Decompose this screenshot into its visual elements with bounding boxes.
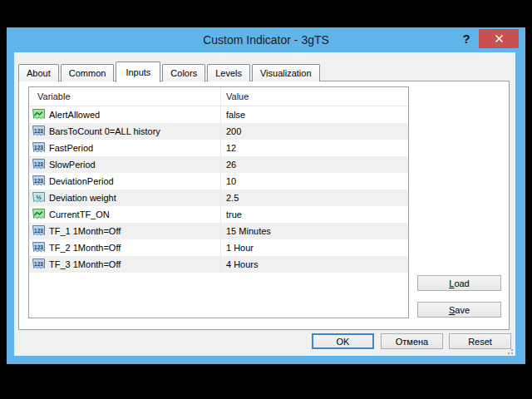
save-button[interactable]: Save [417,302,501,318]
value-cell[interactable]: 12 [221,140,408,156]
value-cell[interactable]: 200 [221,123,408,140]
variable-cell: AlertAllowed [29,106,221,123]
int-icon: 123 [32,259,45,270]
variable-cell: 123 TF_2 1Month=Off [29,239,221,256]
int-icon: 123 [32,142,45,154]
help-button[interactable]: ? [456,27,476,51]
tab-colors[interactable]: Colors [162,64,205,81]
variable-cell: 123 FastPeriod [29,140,221,156]
value-cell[interactable]: true [221,206,408,223]
int-icon: 123 [32,242,45,254]
svg-text:123: 123 [34,178,43,184]
tab-strip: AboutCommonInputsColorsLevelsVisualizati… [18,61,322,81]
svg-text:123: 123 [34,145,43,150]
table-header: Variable Value [29,87,408,106]
ok-button[interactable]: OK [312,333,374,349]
bool-icon [32,109,45,121]
svg-text:123: 123 [34,244,43,250]
dialog-client-area: AboutCommonInputsColorsLevelsVisualizati… [14,52,515,356]
table-row[interactable]: ½ Deviation weight 2.5 [29,190,408,206]
variable-name: AlertAllowed [49,110,100,120]
table-row[interactable]: AlertAllowed false [29,106,408,123]
indicator-dialog-window: Custom Indicator - 3gTS ? AboutCommonInp… [7,27,525,364]
parameters-table: Variable Value AlertAllowed false 123 Ba… [28,86,409,318]
value-cell[interactable]: 10 [221,173,408,190]
bool-icon [32,209,45,220]
table-row[interactable]: 123 DeviationPeriod 10 [29,173,408,190]
variable-name: TF_3 1Month=Off [49,259,121,269]
table-row[interactable]: 123 TF_1 1Month=Off 15 Minutes [29,223,408,239]
table-row[interactable]: 123 TF_3 1Month=Off 4 Hours [29,256,408,273]
value-cell[interactable]: 1 Hour [221,239,408,256]
table-row[interactable]: CurrentTF_ON true [29,206,408,223]
desktop-background: Custom Indicator - 3gTS ? AboutCommonInp… [0,0,532,399]
svg-text:½: ½ [36,194,42,201]
value-cell[interactable]: 2.5 [221,190,408,206]
variable-name: BarsToCount 0=ALL history [49,126,160,136]
variable-cell: CurrentTF_ON [29,206,221,223]
table-row[interactable]: 123 FastPeriod 12 [29,140,408,156]
window-title: Custom Indicator - 3gTS [7,27,525,52]
int-icon: 123 [32,159,45,170]
reset-button[interactable]: Reset [449,333,511,349]
variable-cell: 123 SlowPeriod [29,156,221,173]
column-header-value: Value [221,87,408,106]
int-icon: 123 [32,126,45,137]
variable-cell: 123 BarsToCount 0=ALL history [29,123,221,140]
close-button[interactable] [479,29,519,48]
svg-text:123: 123 [34,261,43,267]
close-icon [495,32,504,47]
variable-cell: 123 DeviationPeriod [29,173,221,190]
column-header-variable: Variable [29,87,221,106]
double-icon: ½ [32,192,45,204]
variable-name: DeviationPeriod [49,176,114,186]
variable-name: CurrentTF_ON [49,209,110,219]
inputs-tab-panel: Variable Value AlertAllowed false 123 Ba… [18,81,510,330]
variable-name: FastPeriod [49,143,93,153]
variable-name: TF_2 1Month=Off [49,243,121,253]
tab-about[interactable]: About [18,64,59,81]
value-cell[interactable]: 4 Hours [221,256,408,273]
int-icon: 123 [32,225,45,237]
table-row[interactable]: 123 TF_2 1Month=Off 1 Hour [29,239,408,256]
tab-visualization[interactable]: Visualization [252,64,320,81]
svg-text:123: 123 [34,128,43,134]
variable-cell: ½ Deviation weight [29,190,221,206]
value-cell[interactable]: 26 [221,156,408,173]
cancel-button[interactable]: Отмена [381,333,443,349]
variable-cell: 123 TF_3 1Month=Off [29,256,221,273]
value-cell[interactable]: false [221,106,408,123]
titlebar[interactable]: Custom Indicator - 3gTS ? [7,27,525,52]
load-button[interactable]: Load [417,275,501,291]
variable-name: Deviation weight [49,193,116,203]
tab-levels[interactable]: Levels [207,64,250,81]
variable-name: SlowPeriod [49,160,96,170]
tab-inputs[interactable]: Inputs [116,62,160,82]
svg-text:123: 123 [34,161,43,167]
variable-name: TF_1 1Month=Off [49,226,121,236]
table-row[interactable]: 123 BarsToCount 0=ALL history 200 [29,123,408,140]
variable-cell: 123 TF_1 1Month=Off [29,223,221,239]
int-icon: 123 [32,175,45,187]
table-row[interactable]: 123 SlowPeriod 26 [29,156,408,173]
svg-text:123: 123 [34,228,43,234]
tab-common[interactable]: Common [61,64,115,81]
value-cell[interactable]: 15 Minutes [221,223,408,239]
resize-grip[interactable] [505,346,513,354]
table-body: AlertAllowed false 123 BarsToCount 0=ALL… [29,106,408,273]
